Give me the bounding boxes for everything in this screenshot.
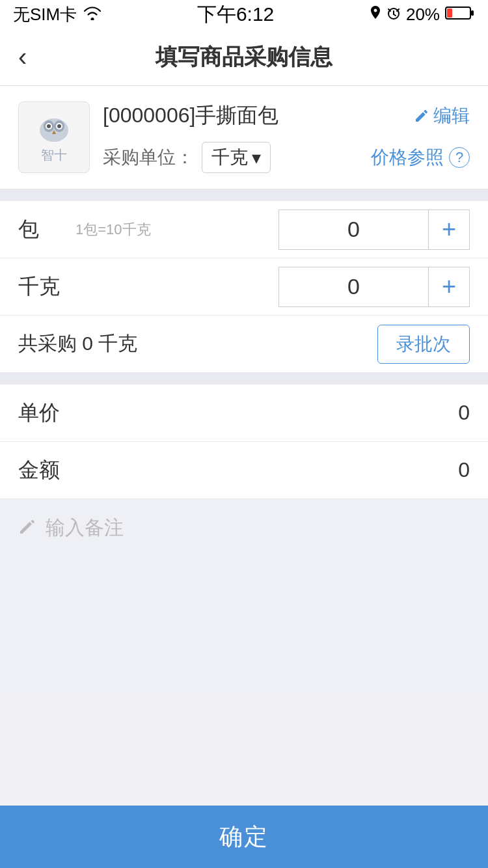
svg-point-11: [47, 124, 51, 128]
svg-line-2: [394, 14, 396, 16]
status-bar: 无SIM卡 下午6:12 20%: [0, 0, 488, 29]
price-section: 单价 0 金额 0: [0, 385, 488, 499]
summary-unit: 千克: [98, 332, 137, 354]
status-bar-right: 20%: [370, 5, 475, 25]
status-bar-left: 无SIM卡: [13, 3, 102, 26]
pack-plus-button[interactable]: +: [428, 210, 470, 250]
unit-price-label: 单价: [18, 399, 60, 427]
note-section[interactable]: 输入备注: [0, 499, 488, 694]
dropdown-icon: ▾: [252, 147, 261, 169]
kg-plus-button[interactable]: +: [428, 267, 470, 307]
kg-input[interactable]: [278, 267, 428, 307]
price-ref-label: 价格参照: [371, 145, 444, 170]
edit-label: 编辑: [433, 103, 470, 128]
unit-price-value: 0: [458, 401, 470, 425]
summary-amount: 0: [82, 332, 93, 354]
unit-label: 采购单位：: [103, 145, 194, 170]
note-placeholder: 输入备注: [46, 515, 124, 541]
unit-select[interactable]: 千克 ▾: [202, 142, 271, 173]
status-bar-time: 下午6:12: [197, 1, 274, 28]
pack-input[interactable]: [278, 210, 428, 250]
nav-bar: ‹ 填写商品采购信息: [0, 29, 488, 86]
confirm-button[interactable]: 确定: [0, 806, 488, 868]
pack-label: 包: [18, 215, 70, 244]
summary-text: 共采购 0 千克: [18, 331, 137, 357]
section-divider-1: [0, 189, 488, 201]
amount-label: 金额: [18, 456, 60, 485]
product-card: 智十 [0000006]手撕面包 编辑 采购单位： 千克 ▾ 价格参照 ?: [0, 86, 488, 189]
product-info: [0000006]手撕面包 编辑 采购单位： 千克 ▾ 价格参照 ?: [103, 102, 470, 173]
battery-icon: [445, 5, 475, 25]
battery-percent: 20%: [406, 5, 440, 25]
pack-input-row: 包 1包=10千克 +: [0, 201, 488, 258]
svg-rect-5: [471, 10, 474, 16]
unit-value: 千克: [211, 145, 248, 170]
summary-label: 共采购: [18, 332, 77, 354]
wifi-icon: [83, 5, 102, 25]
product-image: 智十: [18, 102, 90, 173]
price-ref-button[interactable]: 价格参照 ?: [371, 145, 470, 170]
price-ref-help-icon: ?: [449, 147, 470, 168]
location-icon: [370, 5, 381, 25]
product-name: [0000006]手撕面包: [103, 102, 278, 130]
amount-row: 金额 0: [0, 442, 488, 499]
kg-input-row: 千克 +: [0, 258, 488, 316]
pencil-icon: [18, 517, 36, 540]
amount-value: 0: [458, 458, 470, 482]
back-button[interactable]: ‹: [18, 42, 27, 72]
unit-price-row: 单价 0: [0, 385, 488, 442]
edit-button[interactable]: 编辑: [414, 103, 470, 128]
input-section: 包 1包=10千克 + 千克 + 共采购 0 千克 录批次: [0, 201, 488, 373]
section-divider-2: [0, 373, 488, 385]
kg-label: 千克: [18, 273, 70, 301]
carrier-label: 无SIM卡: [13, 3, 77, 26]
alarm-icon: [386, 5, 401, 25]
svg-rect-4: [447, 8, 452, 18]
batch-button[interactable]: 录批次: [377, 325, 470, 364]
pack-sublabel: 1包=10千克: [75, 220, 151, 239]
product-image-text: 智十: [41, 146, 67, 164]
product-owl-icon: [34, 111, 74, 149]
summary-row: 共采购 0 千克 录批次: [0, 316, 488, 373]
svg-point-12: [57, 124, 61, 128]
page-title: 填写商品采购信息: [156, 42, 332, 72]
